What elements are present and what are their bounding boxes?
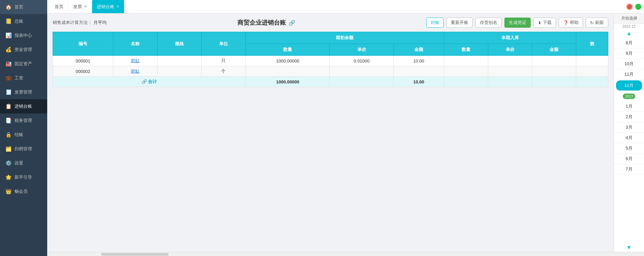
col-opening-qty: 数量 [245, 44, 330, 56]
sidebar-item-tax[interactable]: 📑税务管理 [0, 113, 47, 128]
month-item-2022-9月[interactable]: 9月 [614, 48, 644, 59]
total-opening-qty: 1000.00000 [245, 77, 330, 87]
col-extra: 数 [576, 32, 608, 56]
page-title-text: 商贸企业进销台账 [237, 19, 286, 27]
tab-close-purchase-sales-ledger[interactable]: ✕ [116, 4, 119, 9]
refresh-button[interactable]: ↻ 刷新 [586, 18, 608, 28]
sidebar-item-invoice-mgmt[interactable]: 🧾发票管理 [0, 85, 47, 99]
window-max-button[interactable]: ⛶ [635, 4, 641, 10]
sidebar-item-archive[interactable]: 🗂️归档管理 [0, 142, 47, 156]
month-item-2022-10月[interactable]: 10月 [614, 59, 644, 69]
window-controls: ✕ ⛶ [626, 4, 641, 10]
month-item-2022-8月[interactable]: 8月 [614, 38, 644, 48]
cell-opening-qty [245, 66, 330, 77]
total-opening-price [330, 77, 393, 87]
sidebar-label-guide: 新手引导 [14, 174, 32, 180]
tab-invoice[interactable]: 发票✕ [68, 0, 92, 13]
col-opening-balance: 期初余额 [245, 32, 444, 44]
tab-label-invoice: 发票 [73, 4, 82, 10]
table-container: 编号 名称 规格 单位 期初余额 本期入库 数 数量 单价 金额 数 [53, 32, 608, 248]
month-item-2023-6月[interactable]: 6月 [614, 154, 644, 164]
sidebar-item-general-ledger[interactable]: 📒总账 [0, 14, 47, 28]
total-icon: 🔗 [142, 79, 147, 84]
sidebar: 🏠首页📒总账📊报表中心💰资金管理🏭固定资产💼工资🧾发票管理📋进销台账📑税务管理🔒… [0, 0, 47, 256]
reports-icon: 📊 [5, 32, 12, 39]
title-link-icon[interactable]: 🔗 [289, 20, 295, 26]
sidebar-item-settings[interactable]: ⚙️设置 [0, 156, 47, 170]
col-opening-price: 单价 [330, 44, 393, 56]
cell-inbound-price [488, 66, 532, 77]
generate-voucher-button[interactable]: 生成凭证 [504, 18, 531, 28]
cell-inbound-price [488, 56, 532, 66]
main-area: 首页发票✕进销台账✕ ✕ ⛶ 销售成本计算方法： 月平均 商贸企业进销台账 🔗 … [47, 0, 644, 256]
month-item-2022-11月[interactable]: 11月 [614, 69, 644, 80]
sidebar-label-settings: 设置 [14, 160, 23, 166]
header-row-1: 编号 名称 规格 单位 期初余额 本期入库 数 [53, 32, 608, 44]
col-inbound-amount: 金额 [532, 44, 576, 56]
tab-purchase-sales-ledger[interactable]: 进销台账✕ [92, 0, 124, 13]
month-scroll-down[interactable]: ▼ [614, 243, 644, 252]
sidebar-label-invoice-mgmt: 发票管理 [14, 89, 32, 95]
month-item-2023-7月[interactable]: 7月 [614, 164, 644, 175]
total-label-text: 合计 [148, 79, 157, 84]
table-header: 编号 名称 规格 单位 期初余额 本期入库 数 数量 单价 金额 数 [53, 32, 608, 56]
col-name: 名称 [113, 32, 157, 56]
save-alias-button[interactable]: 存货别名 [475, 18, 502, 28]
reopen-button[interactable]: 重新开账 [446, 18, 473, 28]
download-button[interactable]: ⬇ 下载 [533, 18, 556, 28]
month-item-2023-5月[interactable]: 5月 [614, 143, 644, 154]
table-body: 000001 前缸 只 1000.00000 0.01000 10.00 000… [53, 56, 608, 87]
help-icon: ❓ [563, 20, 568, 25]
close-period-icon: 🔒 [5, 132, 12, 138]
sidebar-item-purchase-sales[interactable]: 📋进销台账 [0, 99, 47, 113]
home-icon: 🏠 [5, 4, 12, 10]
invoice-mgmt-icon: 🧾 [5, 89, 12, 95]
sidebar-label-fixed-assets: 固定资产 [14, 61, 32, 67]
tab-close-invoice[interactable]: ✕ [84, 4, 87, 9]
cell-inbound-qty [444, 66, 488, 77]
cell-opening-amount [393, 66, 444, 77]
sidebar-item-home[interactable]: 🏠首页 [0, 0, 47, 14]
cell-spec [157, 66, 202, 77]
month-panel: 月份选择 2022.12 ▲ 8月9月10月11月12月20231月2月3月4月… [614, 14, 644, 252]
month-item-2023-3月[interactable]: 3月 [614, 122, 644, 133]
guide-icon: 🌟 [5, 174, 12, 180]
month-item-2022-12月[interactable]: 12月 [616, 80, 642, 91]
cell-number: 000002 [53, 66, 113, 77]
action-buttons: 对账 重新开账 存货别名 生成凭证 ⬇ 下载 ❓ 帮助 ↻ 刷新 [426, 18, 608, 28]
month-item-2023-2月[interactable]: 2月 [614, 112, 644, 122]
name-link[interactable]: 前缸 [131, 69, 140, 74]
general-ledger-icon: 📒 [5, 18, 12, 24]
month-scroll-up[interactable]: ▲ [614, 29, 644, 38]
cell-spec [157, 56, 202, 66]
cell-number: 000001 [53, 56, 113, 66]
funds-icon: 💰 [5, 47, 12, 53]
cell-unit: 只 [201, 56, 245, 66]
reconcile-button[interactable]: 对账 [426, 18, 444, 28]
scroll-thumb[interactable] [101, 253, 169, 256]
help-button[interactable]: ❓ 帮助 [559, 18, 583, 28]
cell-unit: 个 [201, 66, 245, 77]
month-item-2023-4月[interactable]: 4月 [614, 133, 644, 143]
refresh-icon: ↻ [590, 20, 594, 25]
col-inbound-qty: 数量 [444, 44, 488, 56]
bottom-scrollbar[interactable] [47, 252, 644, 256]
cost-method-text: 销售成本计算方法： [53, 20, 92, 25]
sidebar-item-guide[interactable]: 🌟新手引导 [0, 170, 47, 184]
sidebar-label-member: 畅会员 [14, 188, 28, 195]
sidebar-item-payroll[interactable]: 💼工资 [0, 71, 47, 85]
table-row: 000002 前缸 个 [53, 66, 608, 77]
cell-opening-price: 0.01000 [330, 56, 393, 66]
sidebar-item-funds[interactable]: 💰资金管理 [0, 43, 47, 57]
sidebar-item-member[interactable]: 👑畅会员 [0, 184, 47, 199]
window-close-button[interactable]: ✕ [626, 4, 633, 10]
name-link[interactable]: 前缸 [131, 58, 140, 63]
tab-home[interactable]: 首页 [50, 0, 68, 13]
tab-label-home: 首页 [55, 4, 63, 10]
sidebar-item-reports[interactable]: 📊报表中心 [0, 28, 47, 43]
sidebar-label-reports: 报表中心 [14, 32, 32, 39]
year-badge: 2023 [623, 94, 635, 99]
sidebar-item-close-period[interactable]: 🔒结账 [0, 128, 47, 142]
sidebar-item-fixed-assets[interactable]: 🏭固定资产 [0, 57, 47, 71]
month-item-2023-1月[interactable]: 1月 [614, 101, 644, 112]
